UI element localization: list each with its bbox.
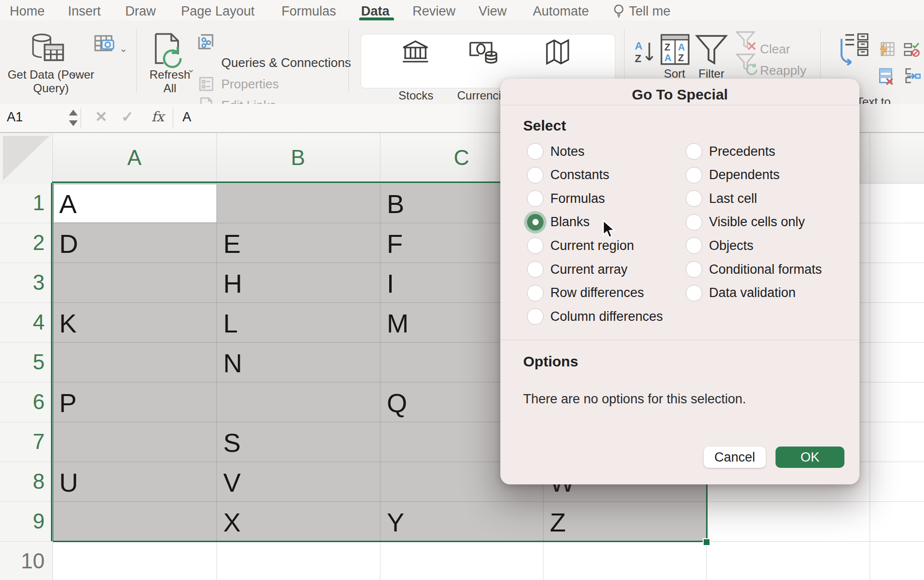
- svg-text:A: A: [678, 42, 685, 52]
- cancel-button[interactable]: Cancel: [704, 447, 766, 468]
- row-header-6[interactable]: 6: [0, 390, 45, 414]
- menu-tab-home[interactable]: Home: [10, 4, 45, 19]
- row-header-5[interactable]: 5: [0, 350, 45, 374]
- radio-icon[interactable]: [527, 285, 544, 301]
- row-header-7[interactable]: 7: [0, 430, 45, 454]
- table-camera-chevron-icon[interactable]: ⌄: [119, 43, 128, 54]
- dialog-separator: [500, 340, 859, 340]
- radio-last-cell[interactable]: Last cell: [686, 187, 757, 210]
- text-to-columns-icon[interactable]: [836, 33, 870, 74]
- geography-icon[interactable]: [545, 38, 570, 67]
- radio-label: Current region: [550, 238, 634, 253]
- menu-tab-insert[interactable]: Insert: [68, 4, 101, 19]
- select-heading: Select: [523, 117, 566, 134]
- menu-tab-draw[interactable]: Draw: [125, 4, 156, 19]
- radio-label: Blanks: [550, 215, 590, 230]
- stocks-button[interactable]: Stocks: [377, 89, 455, 102]
- consolidate-icon[interactable]: [904, 68, 921, 86]
- flash-fill-icon[interactable]: [878, 42, 895, 59]
- column-header-A[interactable]: A: [127, 146, 141, 170]
- radio-icon[interactable]: [686, 285, 702, 301]
- svg-text:A: A: [664, 52, 671, 63]
- column-header-B[interactable]: B: [291, 146, 305, 170]
- menu-tab-page-layout[interactable]: Page Layout: [181, 4, 255, 19]
- name-box-stepper-icon[interactable]: [68, 109, 79, 129]
- row-header-4[interactable]: 4: [0, 310, 45, 334]
- get-data-icon[interactable]: [30, 33, 65, 71]
- row-header-10[interactable]: 10: [0, 549, 45, 573]
- radio-icon[interactable]: [527, 167, 544, 183]
- radio-label: Conditional formats: [709, 262, 822, 277]
- row-headers[interactable]: 12345678910: [0, 183, 53, 580]
- menu-tab-view[interactable]: View: [478, 4, 507, 19]
- queries-connections-icon[interactable]: [198, 34, 215, 52]
- formula-bar-divider: [173, 108, 173, 128]
- radio-label: Formulas: [550, 191, 605, 206]
- radio-data-validation[interactable]: Data validation: [686, 282, 796, 305]
- radio-formulas[interactable]: Formulas: [527, 187, 605, 210]
- radio-label: Constants: [550, 167, 610, 182]
- options-heading: Options: [523, 353, 578, 370]
- insert-function-icon[interactable]: fx: [151, 109, 164, 125]
- sort-ascending-icon[interactable]: A Z: [635, 40, 656, 68]
- radio-icon[interactable]: [527, 308, 544, 325]
- radio-row-differences[interactable]: Row differences: [527, 282, 644, 305]
- radio-label: Visible cells only: [709, 215, 805, 230]
- cancel-entry-icon[interactable]: ✕: [95, 108, 107, 125]
- menu-tab-review[interactable]: Review: [412, 4, 456, 19]
- menu-tab-formulas[interactable]: Formulas: [281, 4, 336, 19]
- radio-label: Data validation: [709, 285, 796, 300]
- refresh-all-icon[interactable]: [154, 32, 184, 72]
- radio-icon[interactable]: [686, 190, 702, 207]
- radio-visible-cells-only[interactable]: Visible cells only: [686, 211, 805, 234]
- radio-selected-icon[interactable]: [524, 211, 546, 233]
- data-validation-icon[interactable]: [904, 42, 920, 59]
- row-header-9[interactable]: 9: [0, 509, 45, 533]
- row-header-8[interactable]: 8: [0, 469, 45, 494]
- mouse-cursor-icon: [602, 219, 618, 241]
- menu-tab-tell-me[interactable]: Tell me: [632, 4, 671, 19]
- radio-notes[interactable]: Notes: [527, 140, 585, 163]
- stocks-icon[interactable]: [401, 39, 429, 66]
- radio-column-differences[interactable]: Column differences: [527, 305, 663, 328]
- fill-handle[interactable]: [703, 538, 710, 546]
- radio-icon[interactable]: [686, 167, 702, 183]
- radio-dependents[interactable]: Dependents: [686, 164, 780, 187]
- filter-icon[interactable]: [695, 34, 728, 71]
- menu-tab-automate[interactable]: Automate: [533, 4, 589, 19]
- radio-icon[interactable]: [686, 143, 702, 160]
- table-camera-icon[interactable]: [94, 35, 116, 55]
- radio-icon[interactable]: [527, 143, 544, 160]
- column-header-C[interactable]: C: [454, 146, 469, 170]
- menu-tab-data[interactable]: Data: [361, 4, 390, 19]
- radio-constants[interactable]: Constants: [527, 164, 610, 187]
- name-box[interactable]: A1: [7, 110, 23, 125]
- radio-objects[interactable]: Objects: [686, 234, 754, 257]
- radio-icon[interactable]: [686, 214, 702, 231]
- reapply-button: Reapply: [760, 63, 806, 78]
- radio-icon[interactable]: [527, 261, 544, 278]
- row-header-1[interactable]: 1: [0, 191, 45, 215]
- radio-icon[interactable]: [686, 237, 702, 254]
- dialog-title-separator: [500, 105, 859, 105]
- selection-left-border: [51, 183, 52, 541]
- clear-button: Clear: [760, 42, 790, 57]
- remove-duplicates-icon[interactable]: [879, 68, 895, 87]
- currencies-icon[interactable]: [469, 39, 501, 67]
- radio-precedents[interactable]: Precedents: [686, 140, 776, 163]
- radio-current-array[interactable]: Current array: [527, 258, 627, 281]
- row-header-3[interactable]: 3: [0, 270, 45, 295]
- select-all-triangle-icon: [3, 136, 50, 181]
- radio-icon[interactable]: [527, 190, 544, 207]
- confirm-entry-icon[interactable]: ✓: [121, 108, 133, 125]
- queries-connections-button[interactable]: Queries & Connections: [221, 55, 351, 70]
- select-all-corner[interactable]: [0, 133, 52, 182]
- formula-input[interactable]: A: [182, 110, 191, 125]
- radio-conditional-formats[interactable]: Conditional formats: [686, 258, 822, 281]
- get-data-button[interactable]: Get Data (Power Query): [5, 68, 97, 95]
- row-header-2[interactable]: 2: [0, 231, 45, 255]
- radio-icon[interactable]: [686, 261, 702, 278]
- radio-blanks[interactable]: Blanks: [527, 211, 590, 234]
- ok-button[interactable]: OK: [776, 447, 844, 468]
- radio-icon[interactable]: [527, 237, 544, 254]
